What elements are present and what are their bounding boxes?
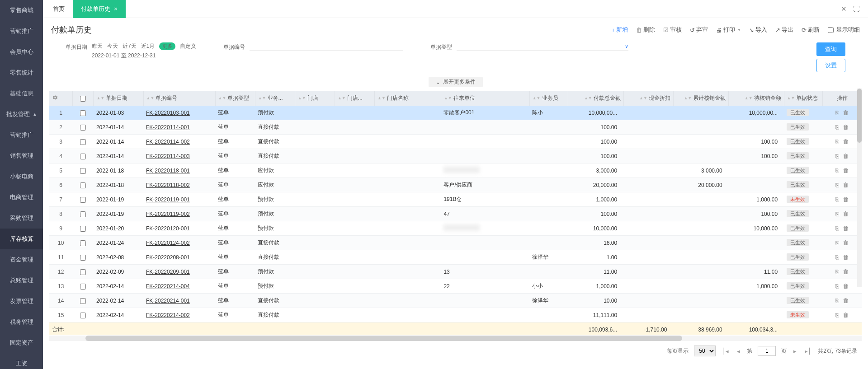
row-checkbox[interactable]: [80, 154, 86, 159]
horizontal-scrollbar[interactable]: [49, 336, 862, 341]
table-row[interactable]: 32022-01-14FK-20220114-002蓝单直接付款100.0010…: [49, 135, 862, 149]
col-partner[interactable]: ▲▼往来单位: [441, 91, 529, 106]
date-today[interactable]: 今天: [107, 42, 118, 50]
first-page-button[interactable]: ⎮◂: [721, 348, 730, 355]
delete-icon[interactable]: 🗑: [843, 268, 849, 275]
tab-close-all-icon[interactable]: ✕: [841, 5, 847, 13]
fullscreen-icon[interactable]: ⛶: [853, 5, 860, 13]
doc-link[interactable]: FK-20220209-001: [146, 269, 190, 275]
page-input[interactable]: [758, 346, 776, 356]
copy-icon[interactable]: ⎘: [835, 167, 839, 174]
delete-icon[interactable]: 🗑: [843, 124, 849, 131]
sidebar-item[interactable]: 批发管理▲: [0, 104, 43, 125]
doc-link[interactable]: FK-20220120-001: [146, 225, 190, 232]
delete-icon[interactable]: 🗑: [843, 312, 849, 318]
doc-link[interactable]: FK-20220124-002: [146, 240, 190, 246]
sidebar-item[interactable]: 税务管理: [0, 312, 43, 332]
copy-icon[interactable]: ⎘: [835, 210, 839, 217]
table-row[interactable]: 112022-02-08FK-20220208-001蓝单直接付款徐泽华1.00…: [49, 250, 862, 265]
delete-icon[interactable]: 🗑: [843, 182, 849, 188]
copy-icon[interactable]: ⎘: [835, 312, 839, 318]
col-storecode[interactable]: ▲▼门店...: [335, 91, 374, 106]
query-button[interactable]: 查询: [816, 42, 845, 56]
row-checkbox[interactable]: [80, 313, 86, 318]
sidebar-item[interactable]: 基础信息: [0, 83, 43, 104]
table-row[interactable]: 42022-01-14FK-20220114-003蓝单直接付款100.0010…: [49, 149, 862, 163]
refresh-button[interactable]: ⟳刷新: [802, 26, 820, 34]
col-code[interactable]: ▲▼单据编号: [143, 91, 215, 106]
table-row[interactable]: 12022-01-03FK-20220103-001蓝单预付款零散客户001陈小…: [49, 106, 862, 120]
sidebar-item[interactable]: 营销推广: [0, 21, 43, 42]
doc-link[interactable]: FK-20220114-002: [146, 139, 190, 145]
prev-page-button[interactable]: ◂: [736, 348, 741, 355]
date-more[interactable]: 更多: [159, 42, 175, 50]
doc-link[interactable]: FK-20220114-003: [146, 153, 190, 159]
sidebar-item[interactable]: 电商管理: [0, 187, 43, 208]
scrollbar-thumb[interactable]: [85, 336, 682, 341]
expand-filters-button[interactable]: ⌄ 展开更多条件: [429, 77, 483, 87]
row-checkbox[interactable]: [80, 240, 86, 246]
delete-icon[interactable]: 🗑: [843, 167, 849, 174]
table-row[interactable]: 22022-01-14FK-20220114-001蓝单直接付款100.00已生…: [49, 120, 862, 135]
col-status[interactable]: ▲▼单据状态: [784, 91, 823, 106]
table-row[interactable]: 142022-02-14FK-20220214-001蓝单直接付款徐泽华10.0…: [49, 294, 862, 308]
tab-payment-history[interactable]: 付款单历史 ×: [73, 0, 126, 18]
row-checkbox[interactable]: [80, 125, 86, 131]
row-checkbox[interactable]: [80, 298, 86, 304]
date-custom[interactable]: 自定义: [180, 42, 196, 50]
row-checkbox[interactable]: [80, 197, 86, 203]
date-1m[interactable]: 近1月: [141, 42, 155, 50]
doc-link[interactable]: FK-20220118-002: [146, 182, 190, 188]
row-checkbox[interactable]: [80, 211, 86, 217]
close-icon[interactable]: ×: [114, 5, 118, 12]
row-checkbox[interactable]: [80, 139, 86, 145]
col-biz[interactable]: ▲▼业务...: [255, 91, 295, 106]
col-written[interactable]: ▲▼累计核销金额: [673, 91, 728, 106]
copy-icon[interactable]: ⎘: [835, 254, 839, 261]
show-detail-toggle[interactable]: 显示明细: [828, 26, 860, 34]
copy-icon[interactable]: ⎘: [835, 153, 839, 159]
delete-icon[interactable]: 🗑: [843, 254, 849, 261]
sidebar-item[interactable]: 小畅电商: [0, 166, 43, 187]
tab-home[interactable]: 首页: [45, 0, 73, 18]
table-row[interactable]: 122022-02-09FK-20220209-001蓝单预付款1311.001…: [49, 265, 862, 279]
copy-icon[interactable]: ⎘: [835, 182, 839, 188]
delete-icon[interactable]: 🗑: [843, 153, 849, 159]
audit-button[interactable]: ☑审核: [663, 26, 682, 34]
date-7d[interactable]: 近7天: [123, 42, 137, 50]
sidebar-item[interactable]: 零售统计: [0, 62, 43, 83]
detail-checkbox[interactable]: [828, 27, 834, 33]
vertical-scrollbar[interactable]: [857, 89, 862, 287]
table-row[interactable]: 92022-01-20FK-20220120-001蓝单预付款10,000.00…: [49, 221, 862, 236]
row-checkbox[interactable]: [80, 168, 86, 174]
col-total[interactable]: ▲▼付款总金额: [568, 91, 623, 106]
row-checkbox[interactable]: [80, 110, 86, 116]
table-row[interactable]: 72022-01-19FK-20220119-001蓝单预付款191B仓1,00…: [49, 192, 862, 207]
copy-icon[interactable]: ⎘: [835, 196, 839, 203]
copy-icon[interactable]: ⎘: [835, 297, 839, 304]
type-select[interactable]: ∨: [457, 42, 628, 51]
doc-link[interactable]: FK-20220214-002: [146, 312, 190, 318]
doc-link[interactable]: FK-20220214-004: [146, 283, 190, 290]
sidebar-item[interactable]: 采购管理: [0, 208, 43, 229]
table-row[interactable]: 62022-01-18FK-20220118-002蓝单应付款客户/供应商20,…: [49, 178, 862, 192]
copy-icon[interactable]: ⎘: [835, 268, 839, 275]
doc-link[interactable]: FK-20220118-001: [146, 168, 190, 174]
column-settings[interactable]: [49, 91, 72, 106]
scrollbar-thumb[interactable]: [857, 89, 862, 143]
col-storename[interactable]: ▲▼门店名称: [375, 91, 441, 106]
delete-icon[interactable]: 🗑: [843, 196, 849, 203]
col-store[interactable]: ▲▼门店: [295, 91, 335, 106]
row-checkbox[interactable]: [80, 182, 86, 188]
sidebar-item[interactable]: 资金管理: [0, 249, 43, 270]
doc-link[interactable]: FK-20220214-001: [146, 298, 190, 304]
doc-link[interactable]: FK-20220208-001: [146, 254, 190, 261]
sidebar-item[interactable]: 营销推广: [0, 125, 43, 145]
doc-link[interactable]: FK-20220114-001: [146, 124, 190, 131]
col-discount[interactable]: ▲▼现金折扣: [623, 91, 673, 106]
sidebar-item[interactable]: 库存核算: [0, 229, 43, 249]
sidebar-item[interactable]: 总账管理: [0, 270, 43, 291]
table-row[interactable]: 102022-01-24FK-20220124-002蓝单直接付款16.00已生…: [49, 236, 862, 250]
next-page-button[interactable]: ▸: [792, 348, 798, 355]
code-input[interactable]: [250, 42, 403, 51]
